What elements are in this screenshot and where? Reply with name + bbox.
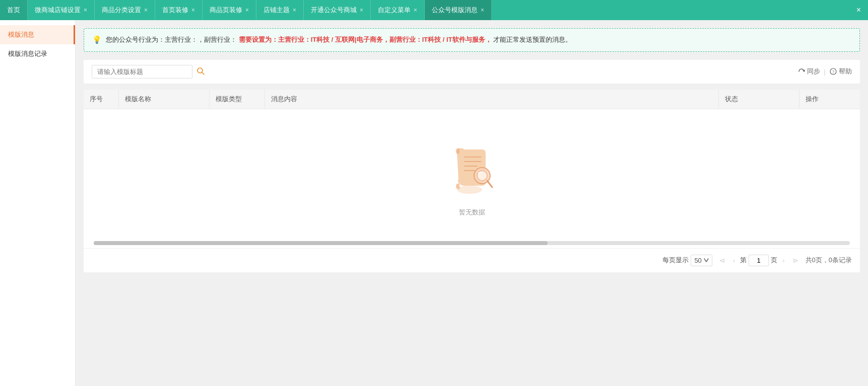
sync-icon	[798, 68, 805, 75]
scrollbar-area	[84, 238, 860, 248]
search-input[interactable]	[92, 65, 192, 79]
page-size-label: 每页显示	[662, 256, 689, 265]
chevron-down-icon	[704, 258, 709, 262]
empty-state: 暂无数据	[84, 109, 860, 237]
col-action: 操作	[799, 90, 860, 109]
close-tab-open-public-shop[interactable]: ×	[360, 7, 363, 14]
page-unit: 页	[771, 256, 777, 265]
svg-point-12	[478, 172, 481, 175]
scrollbar-thumb	[94, 241, 548, 245]
page-size-select-box[interactable]: 50	[691, 255, 712, 266]
search-left	[92, 65, 205, 79]
nav-tab-home[interactable]: 首页	[0, 0, 28, 20]
sidebar: 模版消息 模版消息记录	[0, 20, 76, 386]
empty-illustration	[442, 139, 502, 200]
col-status: 状态	[719, 90, 799, 109]
help-button[interactable]: ? 帮助	[830, 67, 852, 76]
close-tab-home-decoration[interactable]: ×	[191, 7, 195, 14]
close-tab-custom-menu[interactable]: ×	[414, 7, 417, 14]
table-header: 序号 模版名称 模版类型 消息内容 状态 操作	[84, 90, 860, 109]
nav-tab-product-decoration[interactable]: 商品页装修 ×	[203, 0, 256, 20]
col-type: 模版类型	[210, 90, 265, 109]
nav-tab-product-category[interactable]: 商品分类设置 ×	[95, 0, 155, 20]
close-all-button[interactable]: ×	[849, 6, 868, 15]
search-bar: 同步 | ? 帮助	[84, 60, 860, 84]
close-tab-product-decoration[interactable]: ×	[245, 7, 249, 14]
content-area: 💡 您的公众号行业为：主营行业：，副营行业： 需要设置为：主营行业：IT科技 /…	[76, 20, 868, 386]
total-info: 共0页，0条记录	[806, 256, 852, 265]
svg-text:?: ?	[832, 69, 834, 74]
prev-page-button[interactable]: ‹	[730, 256, 738, 265]
close-tab-micro-shop[interactable]: ×	[84, 7, 87, 14]
page-size-value: 50	[694, 257, 701, 264]
nav-tab-open-public-shop[interactable]: 开通公众号商城 ×	[304, 0, 371, 20]
nav-tab-shop-theme[interactable]: 店铺主题 ×	[256, 0, 304, 20]
page-size-selector: 每页显示 50	[662, 255, 712, 266]
notice-text: 您的公众号行业为：主营行业：，副营行业： 需要设置为：主营行业：IT科技 / 互…	[106, 35, 572, 45]
notice-icon: 💡	[92, 35, 102, 44]
svg-point-4	[457, 186, 482, 194]
sync-button[interactable]: 同步	[798, 67, 820, 76]
svg-line-1	[202, 72, 204, 74]
fake-scrollbar[interactable]	[94, 241, 850, 245]
page-prefix: 第	[740, 256, 747, 265]
search-right: 同步 | ? 帮助	[798, 67, 852, 76]
col-seq: 序号	[84, 90, 119, 109]
sidebar-item-template-msg-record[interactable]: 模版消息记录	[0, 44, 75, 63]
close-tab-product-category[interactable]: ×	[144, 7, 148, 14]
next-page-button[interactable]: ›	[779, 256, 787, 265]
sidebar-item-template-msg[interactable]: 模版消息	[0, 25, 75, 44]
table-container: 序号 模版名称 模版类型 消息内容 状态 操作	[84, 90, 860, 248]
divider: |	[824, 68, 826, 75]
col-content: 消息内容	[265, 90, 719, 109]
pagination: 每页显示 50 ⊲ ‹ 第 页 › ⊳ 共0页，0条记录	[84, 248, 860, 272]
nav-tab-micro-shop[interactable]: 微商城店铺设置 ×	[28, 0, 95, 20]
search-button[interactable]	[196, 67, 205, 76]
page-navigation: ⊲ ‹ 第 页 › ⊳	[716, 255, 802, 266]
empty-text: 暂无数据	[459, 208, 485, 217]
nav-tab-template-message[interactable]: 公众号模版消息 ×	[425, 0, 492, 20]
last-page-button[interactable]: ⊳	[790, 256, 802, 265]
col-name: 模版名称	[119, 90, 210, 109]
close-tab-shop-theme[interactable]: ×	[293, 7, 296, 14]
nav-tab-home-decoration[interactable]: 首页装修 ×	[155, 0, 203, 20]
page-number-input[interactable]	[749, 255, 769, 266]
help-icon: ?	[830, 68, 837, 75]
top-nav-bar: 首页 微商城店铺设置 × 商品分类设置 × 首页装修 × 商品页装修 × 店铺主…	[0, 0, 868, 20]
nav-tab-custom-menu[interactable]: 自定义菜单 ×	[371, 0, 425, 20]
close-tab-template-message[interactable]: ×	[481, 7, 484, 14]
svg-line-11	[487, 181, 492, 187]
first-page-button[interactable]: ⊲	[716, 256, 728, 265]
notice-banner: 💡 您的公众号行业为：主营行业：，副营行业： 需要设置为：主营行业：IT科技 /…	[84, 28, 860, 52]
main-container: 模版消息 模版消息记录 💡 您的公众号行业为：主营行业：，副营行业： 需要设置为…	[0, 20, 868, 386]
